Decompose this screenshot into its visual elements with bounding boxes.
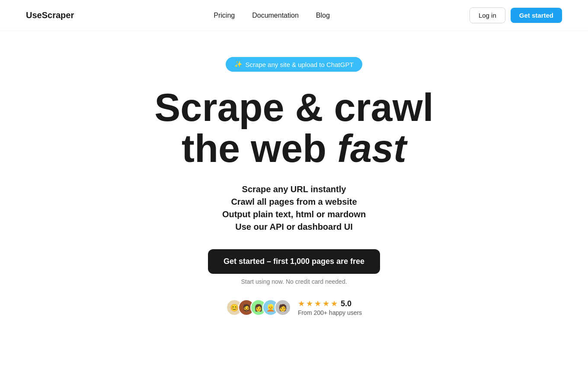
header: UseScraper Pricing Documentation Blog Lo… [0, 0, 588, 31]
star-5: ★ [331, 299, 338, 308]
badge-text: Scrape any site & upload to ChatGPT [245, 61, 353, 68]
star-2: ★ [306, 299, 313, 308]
star-4: ★ [323, 299, 329, 308]
cta-button[interactable]: Get started – first 1,000 pages are free [208, 249, 380, 274]
nav-pricing[interactable]: Pricing [214, 12, 235, 19]
stars-row: ★ ★ ★ ★ ★ 5.0 [298, 299, 362, 308]
feature-3: Output plain text, html or mardown [222, 209, 366, 219]
rating-score: 5.0 [341, 299, 352, 308]
hero-title-italic: fast [337, 127, 406, 170]
header-actions: Log in Get started [470, 7, 562, 23]
nav: Pricing Documentation Blog [214, 12, 330, 19]
hero-section: ✨ Scrape any site & upload to ChatGPT Sc… [0, 31, 588, 333]
nav-blog[interactable]: Blog [316, 12, 330, 19]
hero-title-line1: Scrape & crawl [154, 86, 433, 129]
login-button[interactable]: Log in [470, 7, 505, 23]
rating-text: From 200+ happy users [298, 309, 362, 316]
cta-subtitle: Start using now. No credit card needed. [241, 278, 347, 285]
hero-badge[interactable]: ✨ Scrape any site & upload to ChatGPT [226, 57, 362, 72]
logo[interactable]: UseScraper [26, 10, 74, 20]
hero-title-line2-normal: the web [182, 127, 337, 170]
get-started-nav-button[interactable]: Get started [511, 8, 562, 23]
badge-emoji: ✨ [234, 60, 243, 68]
avatar-5: 🧑 [275, 299, 291, 316]
nav-documentation[interactable]: Documentation [252, 12, 299, 19]
feature-4: Use our API or dashboard UI [222, 222, 366, 232]
feature-2: Crawl all pages from a website [222, 197, 366, 207]
hero-features-list: Scrape any URL instantly Crawl all pages… [222, 184, 366, 232]
avatars-group: 😊 🧔 👩 👱 🧑 [226, 299, 291, 316]
social-proof: 😊 🧔 👩 👱 🧑 ★ ★ ★ ★ ★ 5.0 From 200+ happy … [226, 299, 362, 316]
hero-title: Scrape & crawl the web fast [154, 87, 433, 169]
star-1: ★ [298, 299, 305, 308]
feature-1: Scrape any URL instantly [222, 184, 366, 194]
star-3: ★ [314, 299, 321, 308]
rating-section: ★ ★ ★ ★ ★ 5.0 From 200+ happy users [298, 299, 362, 316]
